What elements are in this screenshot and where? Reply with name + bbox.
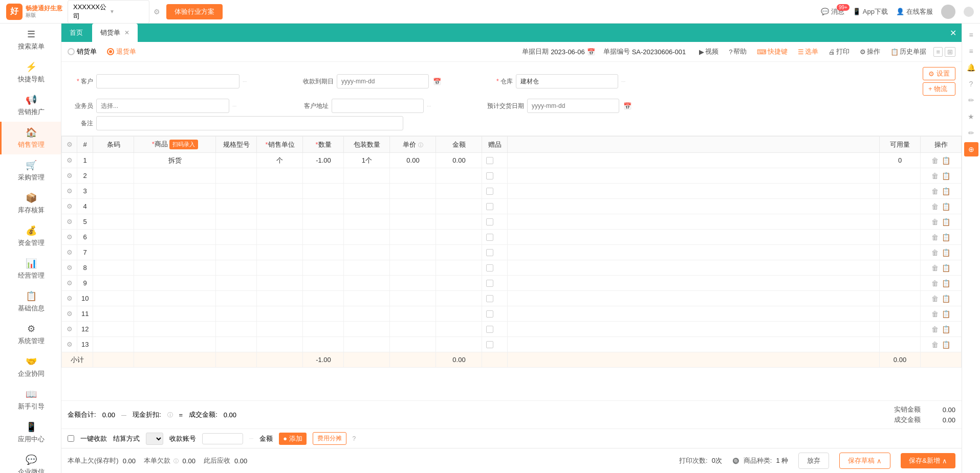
sidebar-item-inventory[interactable]: 📦 库存核算 bbox=[0, 187, 61, 220]
sidebar-item-marketing[interactable]: 📢 营销推广 bbox=[0, 89, 61, 122]
cell-qty[interactable] bbox=[303, 306, 344, 322]
cell-pkg-qty[interactable] bbox=[344, 322, 390, 337]
cell-gift[interactable] bbox=[482, 276, 508, 291]
cell-barcode[interactable] bbox=[93, 153, 134, 168]
copy-icon[interactable]: 📋 bbox=[942, 172, 950, 180]
cell-spec[interactable] bbox=[216, 245, 257, 260]
save-draft-button[interactable]: 保存草稿 ∧ bbox=[839, 453, 890, 469]
cell-pkg-qty[interactable] bbox=[344, 214, 390, 230]
cell-pkg-qty[interactable] bbox=[344, 276, 390, 291]
gift-checkbox[interactable] bbox=[486, 172, 493, 179]
toolbar-video[interactable]: ▶ 视频 bbox=[696, 46, 722, 57]
row-gear-icon[interactable]: ⚙ bbox=[67, 310, 73, 318]
cell-amount[interactable] bbox=[436, 306, 482, 322]
row-gear-icon[interactable]: ⚙ bbox=[67, 172, 73, 179]
cell-product[interactable] bbox=[134, 322, 216, 337]
cell-pkg-qty[interactable] bbox=[344, 291, 390, 306]
cell-pkg-qty[interactable] bbox=[344, 337, 390, 352]
right-panel-btn-3[interactable]: 🔔 bbox=[964, 60, 978, 75]
radio-sales[interactable]: 销货单 bbox=[68, 47, 97, 56]
cell-price[interactable] bbox=[390, 168, 436, 184]
cell-barcode[interactable] bbox=[93, 276, 134, 291]
copy-icon[interactable]: 📋 bbox=[942, 156, 950, 165]
cell-product[interactable] bbox=[134, 260, 216, 276]
row-gear-icon[interactable]: ⚙ bbox=[67, 202, 73, 210]
date-calendar-icon[interactable]: 📅 bbox=[587, 48, 595, 56]
cell-amount[interactable] bbox=[436, 260, 482, 276]
toolbar-history[interactable]: 📋 历史单据 bbox=[887, 46, 929, 57]
cell-amount[interactable] bbox=[436, 184, 482, 199]
copy-icon[interactable]: 📋 bbox=[942, 341, 950, 349]
delete-icon[interactable]: 🗑 bbox=[931, 279, 939, 287]
message-button[interactable]: 💬 消息 99+ bbox=[821, 7, 844, 16]
cell-price[interactable] bbox=[390, 245, 436, 260]
row-gear-icon[interactable]: ⚙ bbox=[67, 156, 73, 164]
salesperson-input[interactable] bbox=[96, 99, 229, 113]
cell-amount[interactable] bbox=[436, 245, 482, 260]
payment-due-input[interactable] bbox=[337, 74, 429, 88]
copy-icon[interactable]: 📋 bbox=[942, 264, 950, 272]
gift-checkbox[interactable] bbox=[486, 310, 493, 318]
cell-qty[interactable] bbox=[303, 230, 344, 245]
cell-barcode[interactable] bbox=[93, 322, 134, 337]
right-panel-btn-1[interactable]: ≡ bbox=[964, 28, 978, 42]
settings-icon[interactable]: ⚙ bbox=[154, 8, 160, 16]
cell-product[interactable] bbox=[134, 184, 216, 199]
abandon-button[interactable]: 放弃 bbox=[798, 453, 829, 469]
cell-gift[interactable] bbox=[482, 322, 508, 337]
cell-price[interactable] bbox=[390, 184, 436, 199]
cell-unit[interactable] bbox=[257, 322, 303, 337]
tab-close-icon[interactable]: ✕ bbox=[124, 29, 129, 36]
cell-pkg-qty[interactable] bbox=[344, 306, 390, 322]
cell-qty[interactable] bbox=[303, 276, 344, 291]
tab-home[interactable]: 首页 bbox=[61, 24, 91, 42]
delete-icon[interactable]: 🗑 bbox=[931, 325, 939, 333]
gift-checkbox[interactable] bbox=[486, 188, 493, 195]
sidebar-item-sales[interactable]: 🏠 销售管理 bbox=[0, 122, 61, 154]
copy-icon[interactable]: 📋 bbox=[942, 325, 950, 333]
cell-unit[interactable] bbox=[257, 306, 303, 322]
cell-gift[interactable] bbox=[482, 184, 508, 199]
cell-barcode[interactable] bbox=[93, 306, 134, 322]
fee-info-icon[interactable]: ? bbox=[353, 435, 356, 442]
account-input[interactable] bbox=[202, 433, 243, 444]
cell-price[interactable] bbox=[390, 276, 436, 291]
cell-barcode[interactable] bbox=[93, 245, 134, 260]
copy-icon[interactable]: 📋 bbox=[942, 187, 950, 195]
delete-icon[interactable]: 🗑 bbox=[931, 202, 939, 211]
cell-qty[interactable] bbox=[303, 168, 344, 184]
right-panel-btn-5[interactable]: ✏ bbox=[964, 93, 978, 107]
account-dots[interactable]: ··· bbox=[249, 436, 253, 441]
product-kinds-icon[interactable]: 🔘 bbox=[732, 458, 739, 464]
delete-icon[interactable]: 🗑 bbox=[931, 264, 939, 272]
cell-gift[interactable] bbox=[482, 230, 508, 245]
cell-product[interactable] bbox=[134, 276, 216, 291]
customer-dots[interactable]: ··· bbox=[243, 79, 247, 84]
gear-icon[interactable]: ⚙ bbox=[67, 141, 73, 148]
cell-gift[interactable] bbox=[482, 291, 508, 306]
cell-gift[interactable] bbox=[482, 153, 508, 168]
cell-spec[interactable] bbox=[216, 306, 257, 322]
cell-gift[interactable] bbox=[482, 245, 508, 260]
gift-checkbox[interactable] bbox=[486, 295, 493, 302]
gift-checkbox[interactable] bbox=[486, 157, 493, 164]
cell-unit[interactable] bbox=[257, 276, 303, 291]
cell-price[interactable] bbox=[390, 230, 436, 245]
cell-product[interactable] bbox=[134, 230, 216, 245]
discount-info-icon[interactable]: ⓘ bbox=[167, 411, 173, 419]
cell-amount[interactable] bbox=[436, 199, 482, 214]
toolbar-select[interactable]: ☰ 选单 bbox=[795, 46, 821, 57]
cell-spec[interactable] bbox=[216, 322, 257, 337]
row-gear-icon[interactable]: ⚙ bbox=[67, 249, 73, 256]
row-gear-icon[interactable]: ⚙ bbox=[67, 218, 73, 226]
gift-checkbox[interactable] bbox=[486, 249, 493, 256]
add-payment-button[interactable]: ● 添加 bbox=[279, 433, 306, 445]
sidebar-item-quick[interactable]: ⚡ 快捷导航 bbox=[0, 56, 61, 89]
cell-pkg-qty[interactable] bbox=[344, 230, 390, 245]
cell-unit[interactable] bbox=[257, 245, 303, 260]
save-new-button[interactable]: 保存&新增 ∧ bbox=[901, 453, 955, 468]
cell-pkg-qty[interactable] bbox=[344, 184, 390, 199]
cell-unit[interactable] bbox=[257, 337, 303, 352]
cell-price[interactable] bbox=[390, 214, 436, 230]
salesperson-dots[interactable]: ··· bbox=[232, 103, 236, 109]
